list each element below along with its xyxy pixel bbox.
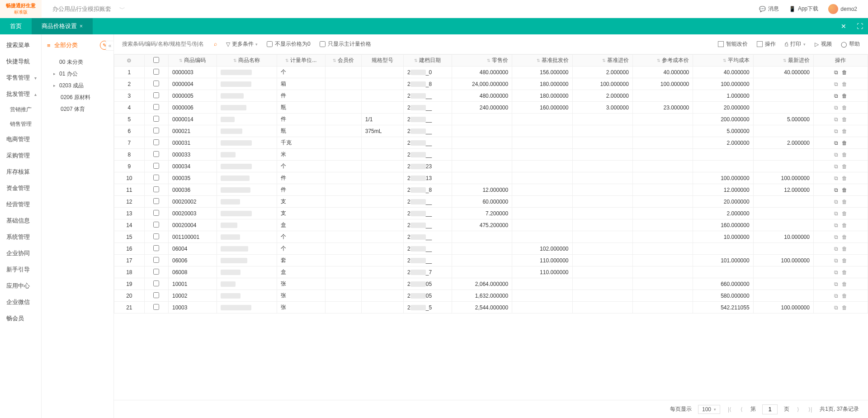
nav-quick[interactable]: 快捷导航 xyxy=(0,53,41,70)
nav-appcenter[interactable]: 应用中心 xyxy=(0,278,41,294)
table-row[interactable]: 1910001张2052,064.000000660.000000⧉🗑 xyxy=(114,278,868,290)
copy-icon[interactable]: ⧉ xyxy=(834,187,838,193)
tree-node-0203[interactable]: ▸0203 成品 xyxy=(47,80,109,91)
col-latest[interactable]: ⇅最新进价 xyxy=(753,55,813,66)
search-input[interactable] xyxy=(122,41,210,47)
tab-home[interactable]: 首页 xyxy=(0,18,32,34)
table-row[interactable]: 50000014件1/12__200.0000005.000000⧉🗑 xyxy=(114,114,868,125)
copy-icon[interactable]: ⧉ xyxy=(834,140,838,146)
nav-inventory[interactable]: 库存核算 xyxy=(0,164,41,180)
cell-checkbox[interactable] xyxy=(144,172,168,184)
nav-member[interactable]: 畅会员 xyxy=(0,310,41,327)
user-menu[interactable]: demo2 xyxy=(828,4,857,14)
help-button[interactable]: ◯帮助 xyxy=(841,40,860,48)
table-row[interactable]: 1606004个2__102.000000⧉🗑 xyxy=(114,243,868,255)
delete-icon[interactable]: 🗑 xyxy=(842,140,847,146)
table-row[interactable]: 7000031千克2__2.0000002.000000⧉🗑 xyxy=(114,137,868,149)
nav-promotion[interactable]: 营销推广 xyxy=(10,102,41,117)
table-row[interactable]: 1806008盒2_7110.000000⧉🗑 xyxy=(114,266,868,278)
col-avg[interactable]: ⇅平均成本 xyxy=(693,55,753,66)
col-code[interactable]: ⇅商品编码 xyxy=(169,55,217,66)
app-download-button[interactable]: 📱App下载 xyxy=(789,5,818,13)
video-button[interactable]: ▷视频 xyxy=(815,40,832,48)
cell-checkbox[interactable] xyxy=(144,137,168,149)
cell-checkbox[interactable] xyxy=(144,278,168,290)
copy-icon[interactable]: ⧉ xyxy=(834,163,838,170)
cell-checkbox[interactable] xyxy=(144,208,168,219)
copy-icon[interactable]: ⧉ xyxy=(834,222,838,228)
search-icon[interactable]: ⌕ xyxy=(214,41,217,47)
cell-checkbox[interactable] xyxy=(144,161,168,172)
delete-icon[interactable]: 🗑 xyxy=(842,304,847,311)
col-member[interactable]: ⇅会员价 xyxy=(325,55,361,66)
nav-finance[interactable]: 资金管理 xyxy=(0,180,41,196)
copy-icon[interactable]: ⧉ xyxy=(834,69,838,76)
delete-icon[interactable]: 🗑 xyxy=(842,234,847,240)
delete-icon[interactable]: 🗑 xyxy=(842,175,847,181)
nav-operation[interactable]: 经营管理 xyxy=(0,196,41,213)
cell-checkbox[interactable] xyxy=(144,78,168,90)
cell-checkbox[interactable] xyxy=(144,102,168,114)
collapse-tree-button[interactable]: « xyxy=(106,41,114,51)
tree-header[interactable]: ≡ 全部分类 ✎ xyxy=(47,41,109,50)
close-icon[interactable]: × xyxy=(80,23,83,29)
smart-price-button[interactable]: 智能改价 xyxy=(718,40,748,48)
copy-icon[interactable]: ⧉ xyxy=(834,93,838,99)
nav-system[interactable]: 系统管理 xyxy=(0,229,41,245)
copy-icon[interactable]: ⧉ xyxy=(834,304,838,311)
table-row[interactable]: 20000004箱2_824,000.000000180.000000100.0… xyxy=(114,78,868,90)
page-last-button[interactable]: ⟩| xyxy=(807,406,813,413)
operations-button[interactable]: 操作 xyxy=(757,40,776,48)
copy-icon[interactable]: ⧉ xyxy=(834,128,838,134)
hide-zero-checkbox[interactable]: 不显示价格为0 xyxy=(267,40,311,48)
cell-checkbox[interactable] xyxy=(144,125,168,137)
delete-icon[interactable]: 🗑 xyxy=(842,281,847,287)
close-all-tabs-button[interactable]: ✕ xyxy=(835,18,852,34)
col-select-all[interactable] xyxy=(144,55,168,66)
nav-guide[interactable]: 新手引导 xyxy=(0,261,41,278)
cell-checkbox[interactable] xyxy=(144,149,168,161)
page-prev-button[interactable]: ⟨ xyxy=(739,406,744,413)
delete-icon[interactable]: 🗑 xyxy=(842,246,847,252)
nav-ecommerce[interactable]: 电商管理 xyxy=(0,131,41,147)
copy-icon[interactable]: ⧉ xyxy=(834,81,838,87)
cell-checkbox[interactable] xyxy=(144,114,168,125)
delete-icon[interactable]: 🗑 xyxy=(842,69,847,76)
table-row[interactable]: 10000003个2_0480.000000156.0000002.000000… xyxy=(114,66,868,78)
table-row[interactable]: 1400020004盒2__475.200000160.000000⧉🗑 xyxy=(114,219,868,231)
tree-node-0206[interactable]: 0206 原材料 xyxy=(47,91,109,103)
col-spec[interactable]: 规格型号 xyxy=(361,55,403,66)
messages-button[interactable]: 💬消息 xyxy=(759,5,779,13)
copy-icon[interactable]: ⧉ xyxy=(834,116,838,123)
table-row[interactable]: 6000021瓶375mL2__5.000000⧉🗑 xyxy=(114,125,868,137)
copy-icon[interactable]: ⧉ xyxy=(834,269,838,276)
nav-sales[interactable]: 销售管理 xyxy=(10,117,41,131)
delete-icon[interactable]: 🗑 xyxy=(842,116,847,123)
nav-corp[interactable]: 企业协同 xyxy=(0,245,41,261)
col-base[interactable]: ⇅基准进价 xyxy=(572,55,632,66)
nav-retail[interactable]: 零售管理▾ xyxy=(0,70,41,86)
search-box[interactable]: ⌕ xyxy=(122,41,217,48)
delete-icon[interactable]: 🗑 xyxy=(842,293,847,299)
tree-node-0207[interactable]: 0207 体育 xyxy=(47,103,109,115)
col-retail[interactable]: ⇅零售价 xyxy=(452,55,512,66)
delete-icon[interactable]: 🗑 xyxy=(842,81,847,87)
delete-icon[interactable]: 🗑 xyxy=(842,269,847,276)
table-row[interactable]: 1706006套2__110.000000101.000000100.00000… xyxy=(114,255,868,266)
cell-checkbox[interactable] xyxy=(144,184,168,196)
copy-icon[interactable]: ⧉ xyxy=(834,257,838,264)
nav-search[interactable]: 搜索菜单 xyxy=(0,37,41,53)
nav-wholesale[interactable]: 批发管理▴ xyxy=(0,86,41,102)
col-date[interactable]: ⇅建档日期 xyxy=(404,55,452,66)
delete-icon[interactable]: 🗑 xyxy=(842,128,847,134)
cell-checkbox[interactable] xyxy=(144,255,168,266)
copy-icon[interactable]: ⧉ xyxy=(834,246,838,252)
copy-icon[interactable]: ⧉ xyxy=(834,210,838,217)
only-main-unit-checkbox[interactable]: 只显示主计量价格 xyxy=(320,40,371,48)
delete-icon[interactable]: 🗑 xyxy=(842,199,847,205)
delete-icon[interactable]: 🗑 xyxy=(842,210,847,217)
copy-icon[interactable]: ⧉ xyxy=(834,104,838,111)
table-row[interactable]: 2110003张2_52,544.000000542.211055100.000… xyxy=(114,302,868,314)
page-first-button[interactable]: |⟨ xyxy=(726,406,733,413)
table-row[interactable]: 9000034个223⧉🗑 xyxy=(114,161,868,172)
